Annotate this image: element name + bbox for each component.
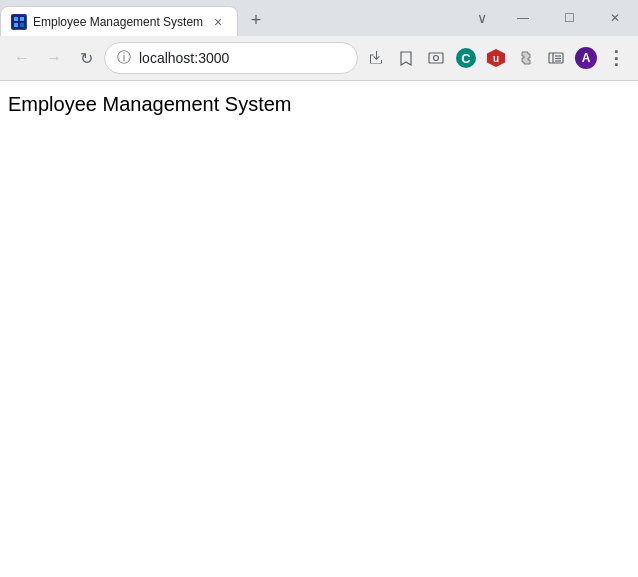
svg-text:u: u <box>493 53 499 64</box>
svg-rect-1 <box>14 17 18 21</box>
svg-rect-5 <box>429 53 443 63</box>
back-button[interactable]: ← <box>8 44 36 72</box>
page-heading: Employee Management System <box>8 93 630 116</box>
profile-avatar: A <box>575 47 597 69</box>
close-button[interactable]: ✕ <box>592 0 638 36</box>
history-icon-label: C <box>461 51 470 66</box>
new-tab-button[interactable]: + <box>242 6 270 34</box>
ublock-svg-icon: u <box>486 48 506 68</box>
address-text: localhost:3000 <box>139 50 345 66</box>
svg-rect-2 <box>20 17 24 21</box>
reload-button[interactable]: ↻ <box>72 44 100 72</box>
profile-button[interactable]: A <box>572 44 600 72</box>
tab-strip: Employee Management System × + <box>0 0 270 36</box>
maximize-button[interactable]: ☐ <box>546 0 592 36</box>
history-circle-icon: C <box>456 48 476 68</box>
bookmark-button[interactable] <box>392 44 420 72</box>
svg-rect-4 <box>20 23 24 27</box>
svg-rect-3 <box>14 23 18 27</box>
minimize-button[interactable]: — <box>500 0 546 36</box>
share-button[interactable] <box>362 44 390 72</box>
title-bar: Employee Management System × + ∨ — ☐ ✕ <box>0 0 638 36</box>
screenshot-button[interactable] <box>422 44 450 72</box>
window-chevron-button[interactable]: ∨ <box>464 0 500 36</box>
more-button[interactable]: ⋮ <box>602 44 630 72</box>
sidebar-button[interactable] <box>542 44 570 72</box>
ublock-icon: u <box>486 48 506 68</box>
bookmark-icon <box>398 50 414 66</box>
share-icon <box>368 50 384 66</box>
svg-point-6 <box>434 56 439 61</box>
active-tab[interactable]: Employee Management System × <box>0 6 238 36</box>
page-content: Employee Management System <box>0 81 638 577</box>
nav-icons-right: C u <box>362 44 630 72</box>
ublock-button[interactable]: u <box>482 44 510 72</box>
window-controls: ∨ — ☐ ✕ <box>464 0 638 36</box>
extensions-button[interactable] <box>512 44 540 72</box>
extensions-icon <box>518 50 534 66</box>
screenshot-icon <box>428 50 444 66</box>
lock-icon: ⓘ <box>117 49 131 67</box>
favicon-icon <box>12 15 26 29</box>
forward-button[interactable]: → <box>40 44 68 72</box>
sidebar-icon <box>548 50 564 66</box>
tab-title: Employee Management System <box>33 15 203 29</box>
browser-window: Employee Management System × + ∨ — ☐ ✕ ←… <box>0 0 638 577</box>
tab-favicon <box>11 14 27 30</box>
history-icon-button[interactable]: C <box>452 44 480 72</box>
navigation-bar: ← → ↻ ⓘ localhost:3000 <box>0 36 638 80</box>
tab-close-button[interactable]: × <box>209 13 227 31</box>
address-bar[interactable]: ⓘ localhost:3000 <box>104 42 358 74</box>
